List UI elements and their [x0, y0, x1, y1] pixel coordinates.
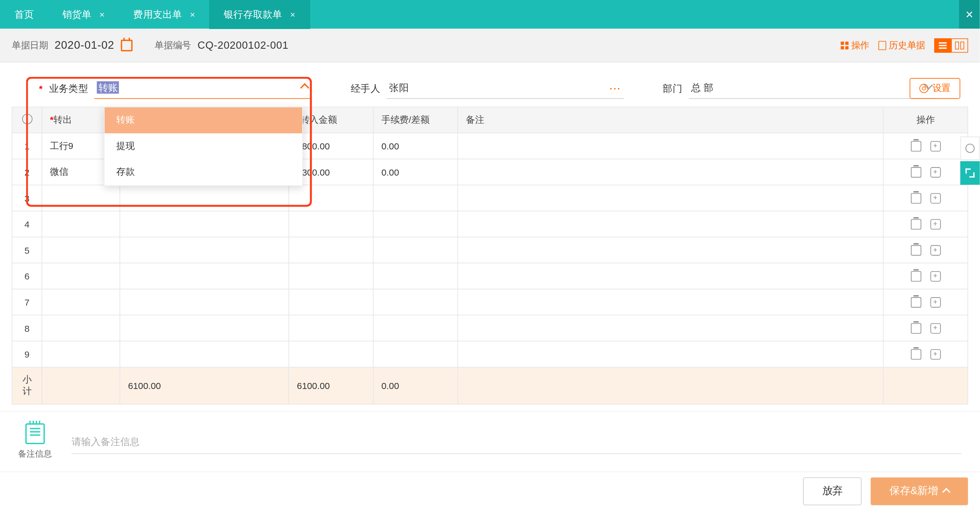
cell-actions — [883, 237, 968, 263]
cell-fee[interactable] — [373, 289, 458, 315]
cell-remark[interactable] — [458, 159, 883, 185]
tab-bank[interactable]: 银行存取款单× — [210, 0, 310, 29]
copy-icon[interactable] — [930, 271, 941, 281]
dropdown-item-transfer[interactable]: 转账 — [105, 107, 302, 133]
header-close-button[interactable]: × — [959, 0, 980, 29]
gear-header[interactable] — [12, 107, 42, 133]
table-row[interactable]: 5 — [12, 237, 968, 263]
cell-remark[interactable] — [458, 237, 883, 263]
cell-in-acct[interactable] — [120, 315, 289, 341]
cell-fee[interactable] — [373, 211, 458, 237]
calendar-icon[interactable] — [121, 39, 132, 51]
copy-icon[interactable] — [930, 323, 941, 333]
delete-icon[interactable] — [910, 219, 921, 229]
cell-out-acct[interactable] — [42, 211, 120, 237]
operation-button[interactable]: 操作 — [841, 39, 869, 51]
table-row[interactable]: 7 — [12, 289, 968, 315]
table-row[interactable]: 6 — [12, 263, 968, 289]
delete-icon[interactable] — [910, 271, 921, 281]
cell-in-amt[interactable] — [289, 185, 373, 211]
table-row[interactable]: 3 — [12, 185, 968, 211]
cell-in-amt[interactable] — [289, 237, 373, 263]
copy-icon[interactable] — [930, 349, 941, 359]
dept-select[interactable]: 总 部 — [689, 78, 936, 99]
cell-fee[interactable]: 0.00 — [373, 133, 458, 159]
close-icon[interactable]: × — [99, 9, 105, 20]
cell-remark[interactable] — [458, 133, 883, 159]
cell-in-acct[interactable] — [120, 185, 289, 211]
save-button[interactable]: 保存&新增 — [871, 477, 968, 505]
cell-in-acct[interactable] — [120, 341, 289, 367]
cell-fee[interactable] — [373, 185, 458, 211]
cell-in-acct[interactable] — [120, 289, 289, 315]
cell-fee[interactable] — [373, 263, 458, 289]
col-fee: 手续费/差额 — [373, 107, 458, 133]
tab-expense[interactable]: 费用支出单× — [119, 0, 210, 29]
cell-in-amt[interactable] — [289, 289, 373, 315]
ellipsis-icon[interactable]: ··· — [609, 83, 621, 94]
delete-icon[interactable] — [910, 323, 921, 333]
biz-type-select[interactable]: 转账 — [95, 78, 312, 99]
remarks-label: 备注信息 — [18, 448, 52, 460]
view-split-button[interactable] — [951, 38, 968, 52]
close-icon[interactable]: × — [290, 9, 295, 20]
fields-row: * 业务类型 转账 转账 提现 存款 经手人 张阳 ··· 部门 总 部 — [0, 62, 980, 107]
cell-out-acct[interactable] — [42, 237, 120, 263]
cell-in-amt[interactable] — [289, 211, 373, 237]
cell-out-acct[interactable] — [42, 185, 120, 211]
cell-actions — [883, 211, 968, 237]
cell-in-amt[interactable] — [289, 315, 373, 341]
copy-icon[interactable] — [930, 193, 941, 203]
tab-home[interactable]: 首页 — [0, 0, 48, 29]
tab-sales-label: 销货单 — [62, 8, 92, 21]
delete-icon[interactable] — [910, 297, 921, 307]
copy-icon[interactable] — [930, 297, 941, 307]
tab-sales[interactable]: 销货单× — [48, 0, 119, 29]
cell-in-acct[interactable] — [120, 263, 289, 289]
copy-icon[interactable] — [930, 167, 941, 177]
close-icon[interactable]: × — [190, 9, 195, 20]
cell-remark[interactable] — [458, 185, 883, 211]
remarks-input[interactable] — [72, 429, 962, 454]
cell-in-acct[interactable] — [120, 237, 289, 263]
cell-out-acct[interactable] — [42, 315, 120, 341]
dropdown-item-deposit[interactable]: 存款 — [105, 159, 302, 186]
history-button[interactable]: 历史单据 — [878, 39, 925, 51]
cell-in-acct[interactable] — [120, 211, 289, 237]
copy-icon[interactable] — [930, 219, 941, 229]
cell-remark[interactable] — [458, 211, 883, 237]
fullscreen-button[interactable] — [960, 161, 980, 185]
delete-icon[interactable] — [910, 245, 921, 255]
cell-fee[interactable] — [373, 237, 458, 263]
settings-button[interactable]: 设置 — [910, 78, 960, 99]
view-list-button[interactable] — [934, 38, 951, 52]
cell-remark[interactable] — [458, 315, 883, 341]
delete-icon[interactable] — [910, 141, 921, 151]
cell-in-amt[interactable] — [289, 341, 373, 367]
cell-out-acct[interactable] — [42, 263, 120, 289]
cell-out-acct[interactable] — [42, 341, 120, 367]
cell-fee[interactable] — [373, 341, 458, 367]
attachment-button[interactable] — [960, 137, 980, 160]
cell-remark[interactable] — [458, 263, 883, 289]
delete-icon[interactable] — [910, 193, 921, 203]
cell-out-acct[interactable] — [42, 289, 120, 315]
copy-icon[interactable] — [930, 141, 941, 151]
copy-icon[interactable] — [930, 245, 941, 255]
delete-icon[interactable] — [910, 349, 921, 359]
cell-remark[interactable] — [458, 341, 883, 367]
handler-input[interactable]: 张阳 ··· — [387, 78, 624, 99]
col-remark: 备注 — [458, 107, 883, 133]
delete-icon[interactable] — [910, 167, 921, 177]
table-row[interactable]: 8 — [12, 315, 968, 341]
cell-in-amt[interactable] — [289, 263, 373, 289]
cancel-button[interactable]: 放弃 — [803, 477, 862, 505]
cell-remark[interactable] — [458, 289, 883, 315]
table-row[interactable]: 9 — [12, 341, 968, 367]
dropdown-item-withdraw[interactable]: 提现 — [105, 133, 302, 159]
cell-fee[interactable] — [373, 315, 458, 341]
table-row[interactable]: 4 — [12, 211, 968, 237]
row-index: 2 — [12, 159, 42, 185]
cell-fee[interactable]: 0.00 — [373, 159, 458, 185]
date-value[interactable]: 2020-01-02 — [55, 39, 115, 52]
